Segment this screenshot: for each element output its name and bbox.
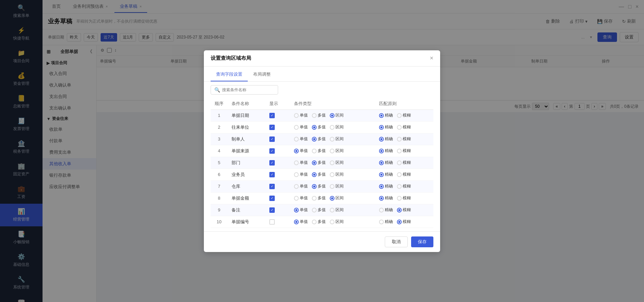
cell-show[interactable]	[265, 145, 290, 157]
radio-dot	[397, 220, 402, 224]
match-radio-item[interactable]: 模糊	[397, 219, 411, 225]
cell-name: 制单人	[227, 133, 265, 145]
condition-radio-item[interactable]: 区间	[330, 195, 344, 201]
show-checkbox[interactable]	[269, 219, 275, 225]
cell-order: 7	[211, 180, 227, 192]
condition-radio-item[interactable]: 区间	[330, 207, 344, 213]
radio-dot	[330, 220, 334, 224]
save-button[interactable]: 保存	[411, 236, 433, 247]
condition-radio-item[interactable]: 多值	[312, 219, 326, 225]
dialog-close-button[interactable]: ×	[430, 55, 433, 61]
radio-dot	[397, 208, 402, 212]
condition-radio-item[interactable]: 单值	[294, 195, 308, 201]
condition-radio-item[interactable]: 多值	[312, 148, 326, 154]
condition-radio-item[interactable]: 单值	[294, 124, 308, 130]
match-radio-item[interactable]: 模糊	[397, 172, 411, 177]
condition-radio-item[interactable]: 多值	[312, 195, 326, 201]
radio-dot	[379, 208, 384, 212]
match-radio-item[interactable]: 精确	[379, 172, 393, 177]
radio-dot	[312, 196, 317, 201]
dialog-tab-layout-adjust[interactable]: 布局调整	[248, 68, 276, 81]
radio-dot	[294, 196, 299, 201]
match-radio-item[interactable]: 模糊	[397, 136, 411, 142]
search-input[interactable]	[222, 87, 274, 92]
show-checkbox[interactable]	[269, 148, 275, 154]
match-radio-item[interactable]: 模糊	[397, 195, 411, 201]
match-radio-item[interactable]: 精确	[379, 160, 393, 166]
show-checkbox[interactable]	[269, 196, 275, 201]
condition-radio-item[interactable]: 单值	[294, 112, 308, 118]
dialog-tab-field-setting[interactable]: 查询字段设置	[211, 68, 248, 81]
condition-radio-item[interactable]: 多值	[312, 136, 326, 142]
cell-show[interactable]	[265, 204, 290, 216]
settings-dialog: 设置查询区域布局 × 查询字段设置 布局调整 🔍	[204, 50, 440, 252]
condition-radio-item[interactable]: 区间	[330, 183, 344, 189]
condition-radio-item[interactable]: 单值	[294, 136, 308, 142]
condition-radio-item[interactable]: 单值	[294, 160, 308, 166]
match-radio-item[interactable]: 精确	[379, 207, 393, 213]
cell-show[interactable]	[265, 180, 290, 192]
condition-radio-item[interactable]: 区间	[330, 136, 344, 142]
condition-radio-item[interactable]: 区间	[330, 219, 344, 225]
condition-radio-item[interactable]: 多值	[312, 112, 326, 118]
cell-show[interactable]	[265, 169, 290, 180]
condition-radio-group: 单值多值区间	[294, 219, 371, 225]
match-radio-item[interactable]: 模糊	[397, 160, 411, 166]
match-radio-item[interactable]: 模糊	[397, 148, 411, 154]
match-radio-item[interactable]: 模糊	[397, 183, 411, 189]
show-checkbox[interactable]	[269, 207, 275, 213]
match-radio-item[interactable]: 模糊	[397, 112, 411, 118]
cell-condition-type: 单值多值区间	[290, 133, 375, 145]
condition-radio-item[interactable]: 单值	[294, 219, 308, 225]
condition-radio-item[interactable]: 区间	[330, 112, 344, 118]
table-row: 10单据编号单值多值区间精确模糊	[211, 216, 433, 228]
show-checkbox[interactable]	[269, 184, 275, 189]
cell-name: 业务员	[227, 169, 265, 180]
show-checkbox[interactable]	[269, 160, 275, 166]
cell-show[interactable]	[265, 192, 290, 204]
condition-radio-item[interactable]: 区间	[330, 172, 344, 177]
condition-radio-item[interactable]: 单值	[294, 207, 308, 213]
condition-radio-item[interactable]: 多值	[312, 160, 326, 166]
match-radio-item[interactable]: 精确	[379, 219, 393, 225]
match-radio-item[interactable]: 精确	[379, 195, 393, 201]
show-checkbox[interactable]	[269, 136, 275, 142]
cell-show[interactable]	[265, 133, 290, 145]
match-radio-item[interactable]: 精确	[379, 136, 393, 142]
condition-radio-item[interactable]: 多值	[312, 172, 326, 177]
condition-radio-item[interactable]: 单值	[294, 172, 308, 177]
match-radio-item[interactable]: 精确	[379, 183, 393, 189]
condition-radio-item[interactable]: 多值	[312, 207, 326, 213]
cell-order: 1	[211, 109, 227, 121]
match-radio-item[interactable]: 精确	[379, 124, 393, 130]
cell-condition-type: 单值多值区间	[290, 169, 375, 180]
condition-radio-item[interactable]: 单值	[294, 183, 308, 189]
cancel-button[interactable]: 取消	[385, 236, 408, 247]
dialog-tab-field-label: 查询字段设置	[216, 72, 242, 77]
radio-dot	[312, 172, 317, 177]
match-radio-item[interactable]: 精确	[379, 112, 393, 118]
cell-show[interactable]	[265, 109, 290, 121]
match-radio-item[interactable]: 模糊	[397, 124, 411, 130]
show-checkbox[interactable]	[269, 172, 275, 177]
show-checkbox[interactable]	[269, 113, 275, 118]
condition-radio-item[interactable]: 多值	[312, 183, 326, 189]
cell-show[interactable]	[265, 121, 290, 133]
cell-show[interactable]	[265, 157, 290, 169]
condition-radio-group: 单值多值区间	[294, 183, 371, 189]
th-order: 顺序	[211, 98, 227, 110]
cell-show[interactable]	[265, 216, 290, 228]
condition-radio-item[interactable]: 区间	[330, 124, 344, 130]
condition-radio-item[interactable]: 多值	[312, 124, 326, 130]
show-checkbox[interactable]	[269, 125, 275, 130]
condition-radio-item[interactable]: 区间	[330, 160, 344, 166]
match-radio-item[interactable]: 精确	[379, 148, 393, 154]
cell-order: 9	[211, 204, 227, 216]
match-radio-item[interactable]: 模糊	[397, 207, 411, 213]
cell-name: 单据来源	[227, 145, 265, 157]
cell-match-rule: 精确模糊	[375, 121, 433, 133]
condition-radio-item[interactable]: 单值	[294, 148, 308, 154]
match-radio-group: 精确模糊	[379, 207, 429, 213]
condition-radio-group: 单值多值区间	[294, 160, 371, 166]
condition-radio-item[interactable]: 区间	[330, 148, 344, 154]
